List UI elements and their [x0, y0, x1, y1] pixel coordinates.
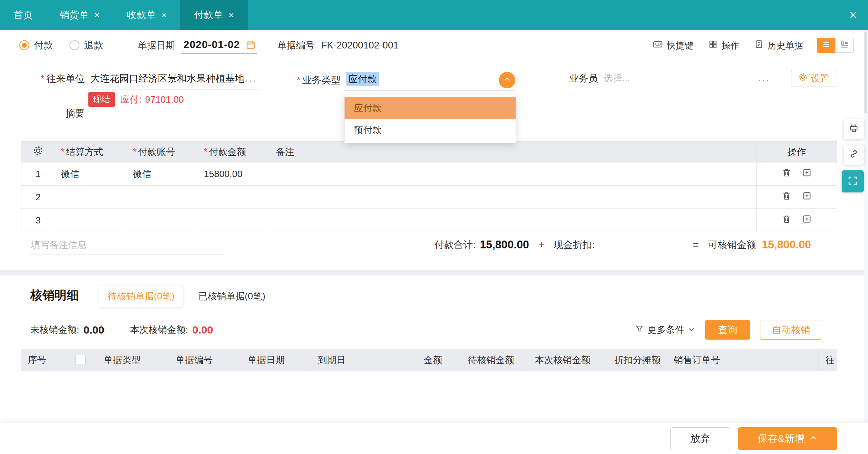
radio-selected-icon	[19, 40, 29, 50]
shortcut-keys-label: 快捷键	[667, 40, 693, 51]
biztype-value: 应付款	[346, 72, 379, 86]
calendar-icon[interactable]	[246, 40, 255, 50]
trash-icon[interactable]	[782, 191, 791, 203]
salesman-more-button[interactable]: ...	[758, 73, 770, 84]
header-doc-date: 单据日期	[241, 349, 311, 371]
auto-verify-button[interactable]: 自动核销	[760, 320, 822, 340]
collapse-dropdown-button[interactable]	[499, 72, 515, 88]
tab-label: 销货单	[60, 9, 89, 21]
scrollbar-thumb[interactable]	[864, 31, 867, 113]
close-icon[interactable]: ×	[94, 10, 100, 20]
divider	[122, 38, 122, 52]
tab-receipt-voucher[interactable]: 收款单 ×	[113, 0, 180, 30]
radio-refund[interactable]: 退款	[69, 39, 103, 52]
pay-amount-cell[interactable]	[198, 209, 270, 232]
table-row: 1 微信 微信 15800.00	[21, 162, 837, 185]
add-row-icon[interactable]	[802, 214, 812, 226]
partner-input[interactable]: 大连花园口经济区景和水果种植基地 ...	[88, 70, 259, 89]
salesman-select[interactable]: 选择... ...	[601, 70, 773, 89]
operations-label: 操作	[722, 40, 739, 51]
settings-button[interactable]: 设置	[791, 70, 837, 87]
payment-table-header: *结算方式 *付款账号 *付款金额 备注 操作	[21, 141, 837, 162]
trash-icon[interactable]	[782, 214, 791, 226]
remark-cell[interactable]	[270, 186, 757, 208]
add-row-icon[interactable]	[802, 191, 812, 203]
shortcut-keys-button[interactable]: 快捷键	[653, 39, 693, 51]
settle-method-cell[interactable]	[55, 186, 127, 208]
detail-view-toggle[interactable]	[835, 38, 854, 53]
discard-button[interactable]: 放弃	[670, 427, 730, 450]
add-row-icon[interactable]	[802, 168, 812, 180]
print-tool-button[interactable]	[844, 119, 864, 139]
chevron-up-icon	[809, 433, 817, 444]
grid-icon	[708, 40, 718, 51]
partner-more-button[interactable]: ...	[245, 73, 257, 84]
settle-method-cell[interactable]: 微信	[55, 162, 127, 185]
date-input[interactable]: 2020-01-02	[181, 37, 257, 54]
header-seq: 序号	[21, 349, 64, 371]
payable-label: 应付:	[120, 93, 141, 106]
header-pay-account: *付款账号	[127, 141, 198, 162]
more-filters-button[interactable]: 更多条件	[635, 324, 695, 336]
scrollbar-track[interactable]	[864, 30, 868, 454]
window-close-icon[interactable]: ×	[838, 0, 868, 30]
link-tool-button[interactable]	[844, 145, 864, 165]
partner-finance-info: 现结 应付: 97101.00	[88, 92, 184, 107]
totals-row: 付款合计: 15,800.00 + 现金折扣: = 可核销金额 15,800.0…	[434, 237, 811, 253]
verification-table: 序号 单据类型 单据编号 单据日期 到期日 金额 待核销金额 本次核销金额 折扣…	[21, 349, 837, 423]
column-settings-cell[interactable]	[21, 141, 55, 162]
summary-input[interactable]	[91, 108, 257, 119]
tab-verified-documents[interactable]: 已核销单据(0笔)	[198, 290, 265, 303]
biztype-select[interactable]: 应付款	[344, 70, 515, 91]
tab-home[interactable]: 首页	[0, 0, 46, 30]
printer-icon	[849, 123, 859, 135]
save-and-new-button[interactable]: 保存&新增	[738, 427, 837, 450]
equals-sign: =	[693, 239, 699, 251]
header-operations: 操作	[757, 141, 837, 162]
list-view-toggle[interactable]	[817, 38, 835, 53]
pay-account-cell[interactable]	[127, 209, 198, 232]
row-operations	[757, 162, 837, 185]
pay-amount-cell[interactable]	[198, 186, 270, 208]
row-number: 3	[21, 209, 55, 232]
remark-cell[interactable]	[270, 209, 757, 232]
tab-label: 首页	[14, 9, 33, 21]
chevron-down-icon	[688, 324, 695, 335]
salesman-placeholder: 选择...	[604, 72, 630, 84]
remark-cell[interactable]	[270, 162, 757, 185]
history-documents-button[interactable]: 历史单据	[754, 40, 803, 51]
section-divider	[0, 270, 868, 275]
trash-icon[interactable]	[782, 168, 791, 180]
tab-label: 付款单	[194, 9, 223, 21]
view-toggle-group	[817, 38, 854, 53]
radio-payment[interactable]: 付款	[19, 39, 53, 52]
dropdown-option-payable[interactable]: 应付款	[345, 97, 516, 119]
tab-payment-voucher[interactable]: 付款单 ×	[180, 0, 247, 30]
header-pay-amount: *付款金额	[198, 141, 270, 162]
cash-discount-input[interactable]	[600, 237, 683, 248]
close-icon[interactable]: ×	[228, 10, 234, 20]
header-discount-share: 折扣分摊额	[597, 349, 667, 371]
hamburger-icon	[821, 40, 831, 51]
tab-pending-documents[interactable]: 待核销单据(0笔)	[99, 285, 184, 308]
link-icon	[849, 149, 859, 160]
pay-total-value: 15,800.00	[480, 238, 529, 251]
tab-sales-order[interactable]: 销货单 ×	[46, 0, 113, 30]
select-all-checkbox[interactable]	[76, 355, 86, 365]
pay-amount-cell[interactable]: 15800.00	[198, 162, 270, 185]
close-icon[interactable]: ×	[161, 10, 167, 20]
pay-account-cell[interactable]	[127, 186, 198, 208]
dropdown-option-prepaid[interactable]: 预付款	[345, 119, 516, 141]
operations-button[interactable]: 操作	[708, 40, 739, 51]
plus-sign: +	[538, 239, 544, 251]
fullscreen-tool-button[interactable]	[842, 170, 864, 192]
verification-table-header: 序号 单据类型 单据编号 单据日期 到期日 金额 待核销金额 本次核销金额 折扣…	[21, 349, 837, 371]
row-number: 1	[21, 162, 55, 185]
document-toolbar: 付款 退款 单据日期 2020-01-02 单据编号 FK-20200102-0…	[0, 30, 868, 61]
pay-account-cell[interactable]: 微信	[127, 162, 198, 185]
partner-field-row: * 往来单位 大连花园口经济区景和水果种植基地 ...	[31, 70, 259, 89]
settle-method-cell[interactable]	[55, 209, 127, 232]
voucher-remark-input[interactable]	[31, 239, 224, 251]
document-icon	[754, 40, 764, 51]
query-button[interactable]: 查询	[705, 320, 750, 340]
